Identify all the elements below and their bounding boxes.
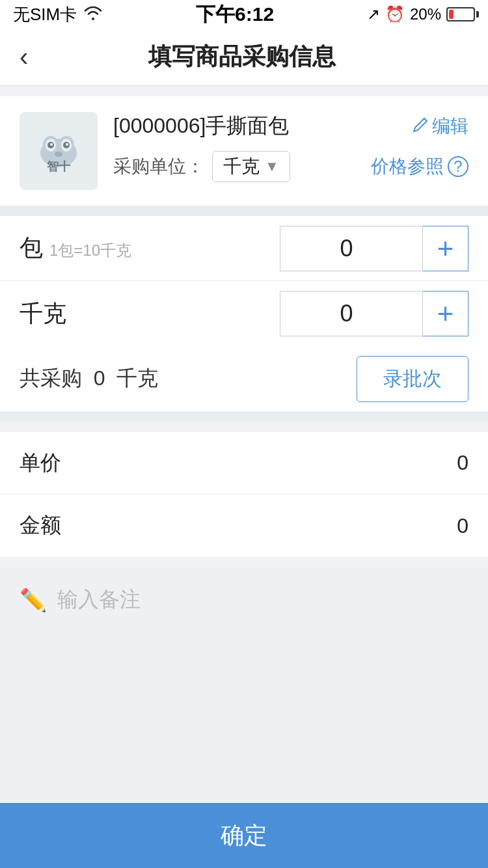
amount-label: 金额 [20, 511, 61, 540]
bottom-fill [0, 632, 488, 815]
svg-text:智十: 智十 [46, 160, 71, 173]
product-card: 智十 [0000006]手撕面包 编辑 采购单位： 千克 ▼ 价格参照 [0, 96, 488, 206]
bao-sub-label: 1包=10千克 [49, 240, 131, 261]
battery-fill [449, 10, 454, 19]
kg-plus-button[interactable]: + [423, 291, 468, 336]
divider-2 [0, 411, 488, 422]
price-ref-question-icon: ? [448, 156, 468, 177]
notes-placeholder: 输入备注 [57, 586, 141, 614]
divider-1 [0, 206, 488, 216]
bao-label-group: 包 1包=10千克 [20, 232, 280, 264]
wifi-icon [83, 5, 103, 25]
summary-amount: 0 [94, 366, 105, 390]
kg-quantity-input[interactable] [280, 291, 423, 336]
edit-button[interactable]: 编辑 [411, 114, 468, 139]
confirm-button[interactable]: 确定 [0, 803, 488, 868]
record-batch-button[interactable]: 录批次 [357, 356, 468, 402]
dropdown-arrow-icon: ▼ [265, 158, 279, 175]
product-image: 智十 [20, 112, 98, 190]
nav-bar: ‹ 填写商品采购信息 [0, 29, 488, 86]
page-title: 填写商品采购信息 [41, 41, 442, 73]
price-ref-label: 价格参照 [371, 154, 444, 179]
summary-row: 共采购 0 千克 录批次 [0, 346, 488, 411]
unit-price-row: 单价 0 [0, 432, 488, 495]
unit-value: 千克 [223, 154, 260, 179]
location-icon: ↗ [367, 5, 380, 23]
battery-percent: 20% [410, 5, 441, 23]
product-name-row: [0000006]手撕面包 编辑 [113, 112, 468, 141]
kg-label-group: 千克 [20, 298, 280, 330]
bao-input-control: + [280, 226, 468, 271]
price-section: 单价 0 金额 0 [0, 432, 488, 557]
kg-input-row: 千克 + [0, 281, 488, 346]
carrier-label: 无SIM卡 [13, 3, 77, 26]
unit-price-value: 0 [457, 451, 468, 475]
amount-row: 金额 0 [0, 495, 488, 557]
unit-label: 采购单位： [113, 154, 204, 179]
product-owl-icon: 智十 [33, 122, 85, 181]
battery-icon [446, 7, 475, 21]
bao-plus-button[interactable]: + [423, 226, 468, 271]
unit-price-label: 单价 [20, 449, 61, 478]
product-full-name: [0000006]手撕面包 [113, 112, 289, 141]
status-left: 无SIM卡 [13, 3, 103, 26]
alarm-icon: ⏰ [385, 5, 405, 23]
status-bar: 无SIM卡 下午6:12 ↗ ⏰ 20% [0, 0, 488, 29]
status-right: ↗ ⏰ 20% [367, 5, 475, 23]
product-info: [0000006]手撕面包 编辑 采购单位： 千克 ▼ 价格参照 ? [113, 112, 468, 182]
status-time: 下午6:12 [196, 1, 274, 28]
kg-input-control: + [280, 291, 468, 336]
svg-point-8 [66, 143, 68, 146]
summary-text: 共采购 0 千克 [20, 364, 158, 393]
back-button[interactable]: ‹ [20, 36, 41, 78]
unit-row: 采购单位： 千克 ▼ 价格参照 ? [113, 151, 468, 182]
pencil-icon: ✏️ [20, 587, 47, 613]
bao-quantity-input[interactable] [280, 226, 423, 271]
svg-point-7 [50, 143, 53, 146]
unit-select-dropdown[interactable]: 千克 ▼ [212, 151, 290, 182]
amount-value: 0 [457, 514, 468, 538]
kg-label: 千克 [20, 298, 66, 330]
price-ref-button[interactable]: 价格参照 ? [371, 154, 468, 179]
input-section: 包 1包=10千克 + 千克 + [0, 216, 488, 346]
bao-label: 包 [20, 232, 43, 264]
svg-point-9 [55, 152, 62, 157]
bao-input-row: 包 1包=10千克 + [0, 216, 488, 281]
notes-section[interactable]: ✏️ 输入备注 [0, 567, 488, 632]
